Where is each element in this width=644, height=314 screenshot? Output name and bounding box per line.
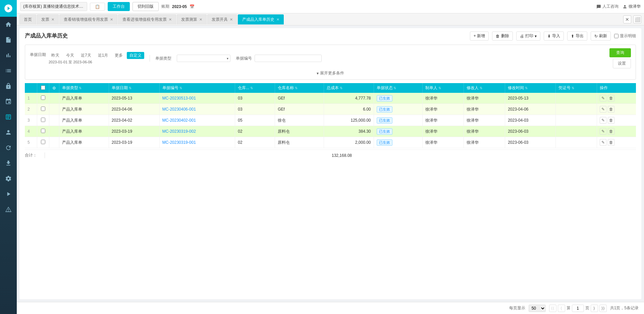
copy-btn[interactable]: 📋: [90, 3, 105, 11]
trash-icon[interactable]: 🗑: [608, 95, 614, 102]
row-number[interactable]: MC-20230319-002: [159, 126, 235, 137]
sidebar-settings[interactable]: [0, 171, 17, 186]
sidebar-v[interactable]: [0, 202, 17, 217]
close-tab-history[interactable]: ✕: [276, 17, 279, 22]
col-number[interactable]: 单据编号: [159, 83, 235, 93]
trash-icon[interactable]: 🗑: [608, 117, 614, 124]
date-btn-today[interactable]: 今天: [63, 52, 77, 59]
col-voucher[interactable]: 凭证号: [556, 83, 597, 93]
switch-btn[interactable]: 切到旧版: [132, 2, 159, 11]
row-checkbox-cell[interactable]: [37, 104, 49, 115]
display-detail-checkbox[interactable]: [614, 34, 619, 38]
sidebar-user[interactable]: [0, 125, 17, 140]
tab-sales-invoice[interactable]: 查看销项增值税专用发票 ✕: [59, 14, 117, 24]
row-checkbox[interactable]: [41, 107, 45, 111]
page-input[interactable]: [572, 305, 584, 312]
row-number[interactable]: MC-20230513-001: [159, 93, 235, 104]
type-select[interactable]: [177, 55, 230, 62]
edit-icon[interactable]: ✎: [600, 139, 606, 146]
edit-icon[interactable]: ✎: [600, 117, 606, 124]
row-number-link[interactable]: MC-20230319-001: [162, 140, 196, 145]
delete-btn[interactable]: 🗑 删除: [492, 32, 513, 41]
col-date[interactable]: 单据日期: [109, 83, 159, 93]
trash-icon[interactable]: 🗑: [608, 128, 614, 135]
maximize-tab-btn[interactable]: ⬜: [633, 15, 641, 23]
row-number-link[interactable]: MC-20230402-001: [162, 118, 196, 123]
row-checkbox[interactable]: [41, 96, 45, 100]
col-type[interactable]: 单据类型: [59, 83, 109, 93]
row-number[interactable]: MC-20230402-001: [159, 115, 235, 126]
workbench-btn[interactable]: 工作台: [108, 2, 130, 11]
edit-icon[interactable]: ✎: [600, 95, 606, 102]
display-detail-label[interactable]: 显示明细: [614, 33, 636, 39]
row-checkbox-cell[interactable]: [37, 137, 49, 148]
close-tab-invoice[interactable]: ✕: [51, 17, 54, 22]
sidebar-home[interactable]: [0, 17, 17, 32]
col-checkbox[interactable]: [37, 83, 49, 93]
row-checkbox-cell[interactable]: [37, 93, 49, 104]
setting-btn[interactable]: 设置: [613, 59, 631, 68]
row-checkbox[interactable]: [41, 129, 45, 133]
col-settings[interactable]: ⚙: [49, 83, 59, 93]
row-checkbox-cell[interactable]: [37, 126, 49, 137]
next-page-btn[interactable]: ⟩: [591, 305, 598, 312]
col-modify-time[interactable]: 修改时间: [505, 83, 556, 93]
col-creator[interactable]: 制单人: [423, 83, 464, 93]
edit-icon[interactable]: ✎: [600, 128, 606, 135]
user-name[interactable]: 徐泽华: [623, 4, 641, 9]
date-btn-custom[interactable]: 自定义: [127, 52, 144, 59]
sidebar-play[interactable]: [0, 186, 17, 202]
col-warehouse-name[interactable]: 仓库名称: [275, 83, 324, 93]
row-number[interactable]: MC-20230319-001: [159, 137, 235, 148]
number-input[interactable]: [255, 55, 322, 62]
import-btn[interactable]: ⬇ 导入: [544, 32, 564, 41]
close-tab-sales[interactable]: ✕: [110, 17, 113, 22]
date-btn-more[interactable]: 更多: [112, 52, 125, 59]
sidebar-invoice[interactable]: [0, 32, 17, 48]
tab-calc[interactable]: 发票测算 ✕: [177, 14, 207, 24]
sidebar-download[interactable]: [0, 155, 17, 171]
row-number-link[interactable]: MC-20230319-002: [162, 129, 196, 134]
date-btn-7days[interactable]: 近7天: [78, 52, 94, 59]
sidebar-calendar[interactable]: [0, 94, 17, 109]
tab-purchase-invoice[interactable]: 查看进项增值税专用发票 ✕: [118, 14, 176, 24]
close-tab-purchase[interactable]: ✕: [169, 17, 172, 22]
refresh-btn[interactable]: ↻ 刷新: [591, 32, 611, 41]
sidebar-chart[interactable]: [0, 48, 17, 63]
row-number[interactable]: MC-20230406-001: [159, 104, 235, 115]
tab-home[interactable]: 首页: [19, 14, 36, 24]
print-btn[interactable]: 🖨 打印 ▾: [516, 32, 540, 41]
sidebar-refresh[interactable]: [0, 140, 17, 155]
tab-invoice[interactable]: 发票 ✕: [37, 14, 59, 24]
close-tab-issue[interactable]: ✕: [230, 17, 233, 22]
select-all-checkbox[interactable]: [41, 85, 45, 90]
edit-icon[interactable]: ✎: [600, 106, 606, 113]
sidebar-lock[interactable]: [0, 78, 17, 94]
date-btn-1month[interactable]: 近1月: [95, 52, 111, 59]
trash-icon[interactable]: 🗑: [608, 106, 614, 113]
first-page-btn[interactable]: ⟨⟨: [549, 305, 556, 312]
close-tab-calc[interactable]: ✕: [199, 17, 202, 22]
last-page-btn[interactable]: ⟩⟩: [599, 305, 607, 312]
calendar-icon[interactable]: 📅: [190, 4, 195, 9]
tab-issue[interactable]: 发票开具 ✕: [207, 14, 237, 24]
row-number-link[interactable]: MC-20230513-001: [162, 96, 196, 101]
user-service[interactable]: 人工咨询: [596, 4, 619, 9]
new-btn[interactable]: + 新增: [470, 32, 489, 41]
row-checkbox[interactable]: [41, 140, 45, 144]
col-modifier[interactable]: 修改人: [464, 83, 505, 93]
per-page-select[interactable]: 50 100 200: [529, 305, 546, 312]
col-total-cost[interactable]: 总成本: [324, 83, 374, 93]
expand-btn[interactable]: ▾ 展开更多条件: [317, 70, 344, 76]
row-checkbox[interactable]: [41, 118, 45, 122]
sidebar-warehouse[interactable]: [0, 109, 17, 125]
row-number-link[interactable]: MC-20230406-001: [162, 107, 196, 112]
col-status[interactable]: 单据状态: [374, 83, 423, 93]
row-checkbox-cell[interactable]: [37, 115, 49, 126]
trash-icon[interactable]: 🗑: [608, 139, 614, 146]
close-tab-btn[interactable]: ✕: [623, 15, 631, 23]
date-btn-yesterday[interactable]: 昨天: [49, 52, 62, 59]
col-warehouse-code[interactable]: 仓库...: [235, 83, 275, 93]
export-btn[interactable]: ⬆ 导出: [567, 32, 587, 41]
tab-history[interactable]: 产成品入库单历史 ✕: [238, 14, 284, 24]
